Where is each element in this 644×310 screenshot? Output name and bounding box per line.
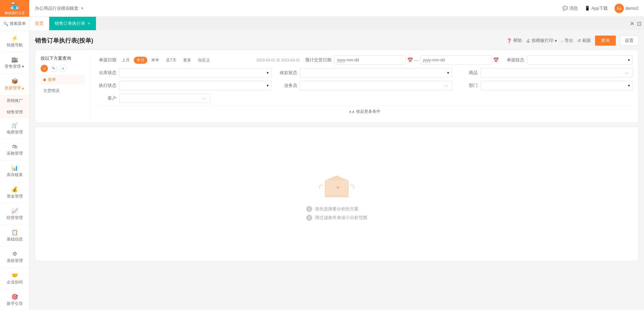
calendar-start-icon[interactable]: 📅	[407, 57, 413, 63]
query-button[interactable]: 查询	[595, 36, 616, 46]
collapse-scheme-button[interactable]: «	[59, 65, 67, 72]
exec-status-select[interactable]: ▾	[119, 81, 272, 90]
filter-field-status: 单据状态 ▾	[504, 55, 633, 65]
sidebar-item-corp[interactable]: 🤝 企业协同	[0, 268, 29, 290]
sidebar-item-inventory[interactable]: 📊 库存核算	[0, 161, 29, 182]
department-select[interactable]: ▾	[480, 81, 633, 90]
wholesale-sub-menu: 营销推广 销售管理	[0, 95, 29, 118]
date-range-display: 2023-03-01 至 2023-03-31	[256, 58, 300, 63]
newbie-icon: 🎯	[11, 294, 18, 300]
delivery-status-select[interactable]: ▾	[119, 68, 272, 78]
refresh-button[interactable]: ↺ 刷新	[577, 38, 591, 44]
download-icon: 📱	[585, 6, 590, 11]
user-profile[interactable]: Ea demo2	[614, 4, 639, 13]
system-icon: ⚙	[12, 251, 17, 257]
expected-date-start-input[interactable]	[334, 55, 406, 65]
sidebar-item-retail[interactable]: 🏬 零售管理 ▼	[0, 52, 29, 74]
tab-home[interactable]: 首页	[30, 17, 49, 30]
finance-icon: 💰	[11, 186, 18, 193]
search-menu-button[interactable]: 🔍 搜索菜单	[1, 19, 28, 28]
help-button[interactable]: ❓ 帮助	[506, 38, 522, 44]
tab-bar: 首页 销售订单执行表 ✕ ✕ ⊡	[30, 17, 644, 30]
sidebar-search[interactable]: 🔍 搜索菜单	[0, 17, 29, 31]
scheme-actions: ＋ ✎ «	[41, 65, 85, 72]
filter-fields: 单据日期 上月 本月 本年 近7天 更多 自定义	[96, 55, 633, 117]
sidebar-item-sales[interactable]: 销售管理	[0, 107, 29, 118]
dropdown-arrow-icon[interactable]: ▾	[81, 6, 84, 11]
collapse-button[interactable]: ∧∧ 收起更多条件	[349, 109, 380, 114]
payment-status-label: 收款状态	[277, 70, 297, 76]
dept-dropdown-icon: ▾	[628, 83, 630, 88]
date-tabs: 上月 本月 本年 近7天 更多 自定义	[119, 57, 213, 64]
tab-sales-order-exec[interactable]: 销售订单执行表 ✕	[49, 17, 96, 30]
salesperson-more-icon[interactable]: ···	[443, 83, 449, 88]
date-tab-more[interactable]: 更多	[180, 57, 194, 64]
sidebar-item-newbie[interactable]: 🎯 新手引导	[0, 290, 29, 310]
calendar-end-icon[interactable]: 📅	[493, 57, 499, 63]
scheme-title: 按以下方案查询	[41, 55, 85, 61]
scheme-option-欠货情况[interactable]: 欠货情况	[41, 86, 85, 96]
active-dot	[43, 79, 46, 81]
filter-panel: 按以下方案查询 ＋ ✎ « 按单 欠货情况	[35, 50, 639, 123]
filter-field-product: 商品 ···	[458, 68, 633, 78]
sidebar-item-purchase[interactable]: 🛍 采购管理	[0, 140, 29, 161]
date-tab-last-month[interactable]: 上月	[119, 57, 132, 64]
tip-number-1: 1	[306, 206, 312, 212]
date-tab-this-month[interactable]: 本月	[134, 57, 147, 64]
sidebar-item-marketing[interactable]: 营销推广	[0, 95, 29, 107]
customer-more-icon[interactable]: ···	[201, 96, 207, 101]
edit-scheme-button[interactable]: ✎	[50, 65, 57, 72]
sidebar-item-finance[interactable]: 💰 资金管理	[0, 182, 29, 204]
logo-icon: 🏪	[10, 1, 19, 10]
filter-field-expected-date: 预计交货日期 📅 — 📅	[305, 55, 499, 65]
payment-dropdown-icon: ▾	[447, 70, 449, 75]
tab-actions: ✕ ⊡	[630, 20, 644, 27]
operations-icon: 📈	[11, 208, 18, 214]
product-select[interactable]: ···	[480, 68, 633, 78]
home-tab-label: 首页	[35, 20, 44, 27]
sidebar: 🏪 畅捷通好生意 🔍 搜索菜单 ⚡ 快捷导航 🏬 零售管理 ▼ 📦 批发管理 ▲…	[0, 0, 30, 310]
status-select[interactable]: ▾	[527, 55, 633, 65]
scheme-option-按单[interactable]: 按单	[41, 75, 85, 85]
product-more-icon[interactable]: ···	[623, 70, 630, 75]
app-download-button[interactable]: 📱 App下载	[585, 5, 608, 11]
tab-close-button[interactable]: ✕	[630, 20, 634, 27]
message-icon: 💬	[562, 6, 568, 11]
salesperson-label: 业务员	[277, 83, 297, 89]
purchase-icon: 🛍	[12, 144, 17, 150]
sidebar-item-wholesale[interactable]: 📦 批发管理 ▲	[0, 74, 29, 95]
sidebar-item-basic[interactable]: 📋 基础信息	[0, 225, 29, 247]
date-tab-custom[interactable]: 自定义	[195, 57, 213, 64]
customer-select[interactable]: ···	[119, 94, 210, 103]
empty-tip-1: 1 请先选择要分析的方案	[306, 206, 367, 212]
filter-field-exec-status: 执行状态 ▾	[96, 81, 272, 90]
print-dropdown-icon: ▾	[555, 38, 557, 43]
settings-button[interactable]: 设置	[620, 36, 639, 46]
tab-maximize-button[interactable]: ⊡	[637, 20, 641, 27]
sidebar-item-ecommerce[interactable]: 🛒 电商管理	[0, 118, 29, 140]
sales-order-tab-label: 销售订单执行表	[55, 20, 85, 27]
date-range-inputs: 📅 — 📅	[334, 55, 499, 65]
message-button[interactable]: 💬 消息	[562, 5, 578, 11]
salesperson-select[interactable]: ···	[300, 81, 452, 90]
filter-rows: 单据日期 上月 本月 本年 近7天 更多 自定义	[96, 55, 633, 103]
payment-status-select[interactable]: ▾	[300, 68, 452, 78]
date-label: 单据日期	[96, 57, 116, 63]
status-label: 单据状态	[504, 57, 524, 63]
empty-state: ✦ 1 请先选择要分析的方案 2 用过滤条件来缩小	[306, 140, 367, 248]
expected-date-end-input[interactable]	[420, 55, 492, 65]
collapse-icon: ∧∧	[349, 109, 355, 114]
header-right: 💬 消息 📱 App下载 Ea demo2	[562, 4, 639, 13]
sidebar-item-operations[interactable]: 📈 经营管理	[0, 204, 29, 225]
sidebar-item-system[interactable]: ⚙ 系统管理	[0, 247, 29, 268]
date-tab-this-year[interactable]: 本年	[149, 57, 162, 64]
print-button[interactable]: 🖨 按模板打印 ▾	[526, 38, 557, 44]
retail-icon: 🏬	[11, 56, 18, 63]
add-scheme-button[interactable]: ＋	[41, 65, 48, 72]
filter-scheme-panel: 按以下方案查询 ＋ ✎ « 按单 欠货情况	[41, 55, 91, 117]
date-tab-7days[interactable]: 近7天	[163, 57, 179, 64]
export-button[interactable]: ↓ 导出	[561, 38, 574, 44]
tab-close-icon[interactable]: ✕	[87, 21, 91, 26]
sidebar-item-quick-nav[interactable]: ⚡ 快捷导航	[0, 31, 29, 52]
empty-state-panel: ✦ 1 请先选择要分析的方案 2 用过滤条件来缩小	[35, 127, 639, 261]
